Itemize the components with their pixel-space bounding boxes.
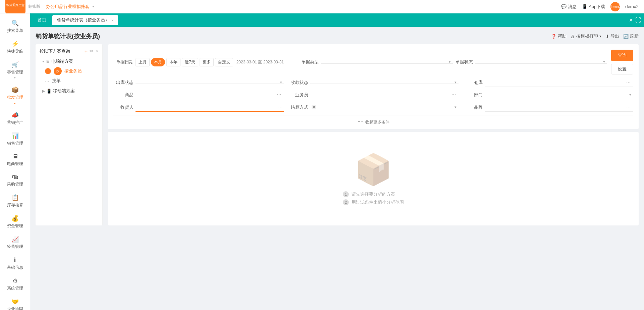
consignee-dots[interactable]: ··· bbox=[278, 104, 282, 110]
receipt-status-label: 收款状态 bbox=[288, 80, 308, 86]
query-button[interactable]: 查询 bbox=[611, 50, 633, 61]
warehouse-dots[interactable]: ··· bbox=[626, 79, 631, 85]
sidebar-item-basic[interactable]: ℹ 基础信息 bbox=[0, 253, 30, 274]
print-dropdown-icon[interactable]: ▾ bbox=[599, 34, 601, 39]
date-btn-7days[interactable]: 近7天 bbox=[182, 58, 198, 66]
collapse-button[interactable]: ⌃⌃ 收起更多条件 bbox=[357, 118, 389, 126]
sidebar-item-finance[interactable]: 💰 资金管理 bbox=[0, 211, 30, 232]
print-button[interactable]: 🖨 按模板打印 ▾ bbox=[571, 33, 601, 39]
tab-maximize-button[interactable]: ⛶ bbox=[635, 17, 641, 24]
print-icon: 🖨 bbox=[571, 34, 575, 39]
tab-home[interactable]: 首页 bbox=[33, 15, 51, 25]
main-panel: 按以下方案查询 + ✏ « ▾ 🖥 bbox=[36, 44, 639, 225]
dept-select[interactable]: ▾ bbox=[485, 93, 633, 96]
tab-active[interactable]: 销货单统计表（按业务员） × bbox=[52, 15, 118, 25]
settlement-select[interactable]: × ▾ bbox=[310, 103, 459, 111]
sidebar-item-marketing[interactable]: 📣 营销推广 bbox=[0, 108, 30, 129]
export-button[interactable]: ⬇ 导出 bbox=[605, 33, 619, 39]
sidebar-quick-nav[interactable]: ⚡ 快捷导航 bbox=[0, 37, 30, 58]
sidebar-item-inventory[interactable]: 📋 库存核算 bbox=[0, 191, 30, 211]
consignee-filter: 收货人 ··· bbox=[113, 103, 284, 112]
staff-select[interactable]: ··· bbox=[310, 90, 459, 99]
sidebar: 🔍 搜索菜单 ⚡ 快捷导航 🛒 零售管理 ▾ 📦 批发管理 ▴ 📣 营销推广 bbox=[0, 13, 30, 310]
sidebar-item-operation[interactable]: 📈 经营管理 bbox=[0, 232, 30, 253]
tree-node-pc[interactable]: ▾ 🖥 电脑端方案 bbox=[40, 57, 96, 66]
settlement-label: 结算方式 bbox=[288, 104, 308, 110]
date-btn-last-month[interactable]: 上月 bbox=[136, 58, 150, 66]
doc-type-select[interactable]: ▾ bbox=[321, 61, 453, 64]
filter-row-1: 单据日期 上月 本月 本年 近7天 更多 自定义 bbox=[113, 50, 633, 74]
by-order-icon: ⋯ bbox=[45, 79, 49, 84]
product-select[interactable]: ··· bbox=[136, 90, 284, 99]
chevron-right-icon: ▶ bbox=[42, 89, 45, 93]
chevron-down-icon: ▾ bbox=[42, 59, 44, 64]
date-buttons: 上月 本月 本年 近7天 更多 自定义 bbox=[136, 58, 233, 66]
tree-child-by-staff[interactable]: 按 按业务员 bbox=[40, 66, 96, 76]
settings-button[interactable]: 设置 bbox=[611, 64, 633, 74]
scheme-icons: + ✏ « bbox=[85, 48, 98, 54]
sidebar-item-wholesale[interactable]: 📦 批发管理 ▴ bbox=[0, 83, 30, 108]
sidebar-item-system[interactable]: ⚙ 系统管理 bbox=[0, 274, 30, 295]
consignee-label: 收货人 bbox=[113, 104, 133, 110]
brand-select[interactable]: ··· bbox=[485, 103, 633, 112]
product-dots[interactable]: ··· bbox=[277, 92, 281, 98]
help-button[interactable]: ❓ 帮助 bbox=[551, 33, 567, 39]
brand-label: 品牌 bbox=[463, 104, 483, 110]
message-button[interactable]: 💬 消息 bbox=[561, 4, 577, 10]
sidebar-item-enterprise[interactable]: 🤝 企业协同 bbox=[0, 295, 30, 310]
sidebar-item-sales[interactable]: 📊 销售管理 bbox=[0, 129, 30, 150]
step-1-text: 请先选择要分析的方案 bbox=[352, 191, 395, 197]
message-icon: 💬 bbox=[561, 4, 567, 9]
settlement-tag-close[interactable]: × bbox=[312, 105, 316, 109]
sidebar-item-ecommerce[interactable]: 🖥 电商管理 bbox=[0, 150, 30, 170]
scheme-collapse-button[interactable]: « bbox=[96, 48, 98, 54]
sidebar-item-purchase[interactable]: 🛍 采购管理 bbox=[0, 170, 30, 191]
step-2-num: 2 bbox=[343, 199, 349, 205]
sidebar-search[interactable]: 🔍 搜索菜单 bbox=[0, 16, 30, 37]
step-2-text: 用过滤条件来缩小分析范围 bbox=[352, 199, 404, 205]
refresh-button[interactable]: 🔄 刷新 bbox=[623, 33, 639, 39]
avatar[interactable]: demo2 bbox=[610, 2, 620, 11]
brand-dots[interactable]: ··· bbox=[626, 104, 631, 110]
product-filter: 商品 ··· bbox=[113, 90, 284, 99]
doc-status-select[interactable]: ▾ bbox=[475, 61, 607, 64]
page-content: 销货单统计表(按业务员) ❓ 帮助 🖨 按模板打印 ▾ ⬇ bbox=[30, 27, 644, 310]
username-label[interactable]: demo2 bbox=[625, 4, 639, 9]
collapse-row: ⌃⌃ 收起更多条件 bbox=[113, 115, 633, 126]
top-bar: 畅捷通好生意 标账版 办公用品行业模拟账套 ▾ 💬 消息 📱 App下载 dem… bbox=[0, 0, 644, 13]
page-actions: ❓ 帮助 🖨 按模板打印 ▾ ⬇ 导出 🔄 bbox=[551, 33, 639, 39]
page-header: 销货单统计表(按业务员) ❓ 帮助 🖨 按模板打印 ▾ ⬇ bbox=[36, 32, 639, 40]
search-icon: 🔍 bbox=[11, 19, 19, 27]
sidebar-item-retail[interactable]: 🛒 零售管理 ▾ bbox=[0, 58, 30, 83]
date-btn-custom[interactable]: 自定义 bbox=[215, 58, 233, 66]
filter-row-2: 出库状态 ▾ 收款状态 bbox=[113, 78, 633, 87]
consignee-input[interactable]: ··· bbox=[136, 103, 284, 112]
content-area: 首页 销货单统计表（按业务员） × × ⛶ 销货单统计表(按业务员) bbox=[30, 13, 644, 310]
scheme-edit-button[interactable]: ✏ bbox=[90, 48, 94, 54]
tree-node-mobile[interactable]: ▶ 📱 移动端方案 bbox=[40, 87, 96, 95]
warehouse-label: 仓库 bbox=[463, 80, 483, 86]
tab-minimize-button[interactable]: × bbox=[629, 17, 633, 24]
doc-status-label: 单据状态 bbox=[453, 59, 473, 65]
empty-step-1: 1 请先选择要分析的方案 bbox=[343, 191, 404, 197]
quick-nav-icon: ⚡ bbox=[11, 40, 19, 48]
warehouse-select[interactable]: ··· bbox=[485, 78, 633, 87]
dept-label: 部门 bbox=[463, 92, 483, 98]
date-btn-more[interactable]: 更多 bbox=[200, 58, 214, 66]
app-subtitle: 标账版 bbox=[28, 4, 40, 9]
app-nav-label[interactable]: 办公用品行业模拟账套 bbox=[46, 4, 90, 10]
date-range: 2023-03-01 至 2023-03-31 bbox=[236, 59, 284, 65]
receipt-status-filter: 收款状态 ▾ bbox=[288, 80, 459, 86]
filter-row-3: 商品 ··· 业务员 bbox=[113, 90, 633, 99]
receipt-status-select[interactable]: ▾ bbox=[310, 81, 459, 84]
active-scheme-dot: 按 bbox=[54, 67, 62, 75]
scheme-add-button[interactable]: + bbox=[85, 48, 88, 54]
app-download-button[interactable]: 📱 App下载 bbox=[582, 4, 605, 10]
tab-close-button[interactable]: × bbox=[111, 18, 113, 22]
out-status-select[interactable]: ▾ bbox=[136, 81, 284, 84]
staff-dots[interactable]: ··· bbox=[451, 92, 456, 98]
nav-dropdown-arrow[interactable]: ▾ bbox=[92, 4, 94, 9]
date-btn-this-month[interactable]: 本月 bbox=[151, 58, 165, 66]
date-btn-this-year[interactable]: 本年 bbox=[166, 58, 180, 66]
tree-child-by-order[interactable]: ⋯ 按单 bbox=[40, 76, 96, 85]
